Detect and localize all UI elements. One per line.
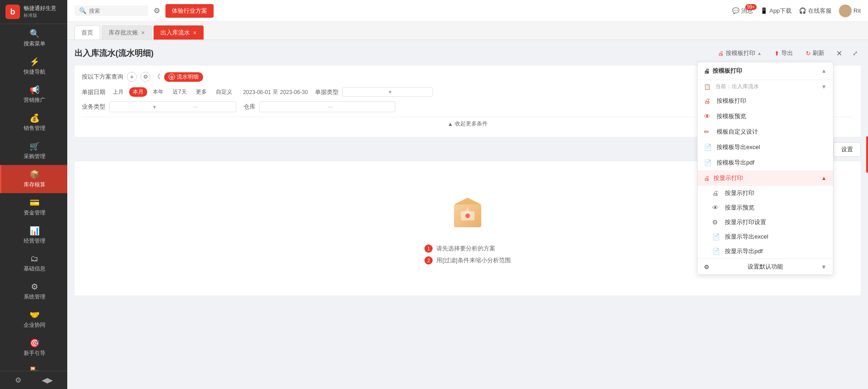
dropdown-item-template-preview[interactable]: 👁 按模板预览: [698, 109, 833, 124]
settings-button[interactable]: 设置: [833, 142, 861, 157]
system-icon: ⚙: [31, 282, 38, 292]
corp-icon: 🤝: [30, 310, 40, 320]
display-section-header[interactable]: 🖨 按显示打印 ▲: [698, 170, 833, 186]
dropdown-item-template-excel[interactable]: 📄 按模板导出excel: [698, 140, 833, 155]
dropdown-collapse-arrow[interactable]: ▲: [821, 68, 827, 74]
dropdown-footer-settings[interactable]: ⚙ 设置默认功能 ▼: [698, 259, 833, 274]
template-pdf-label: 按模板导出pdf: [717, 159, 754, 167]
display-section-arrow[interactable]: ▲: [821, 175, 827, 181]
template-excel-icon: 📄: [704, 144, 712, 151]
dropdown-current[interactable]: 📋 当前：出入库流水 ▼: [698, 80, 833, 93]
username-label: Rit: [853, 7, 861, 14]
app-name: 畅捷通好生意: [24, 5, 56, 12]
close-button[interactable]: ✕: [833, 48, 844, 59]
template-print-label: 按模板打印: [717, 97, 746, 105]
sidebar-item-purchase[interactable]: 🛒 采购管理: [0, 137, 67, 165]
dropdown-item-template-customize[interactable]: ✏ 模板自定义设计: [698, 124, 833, 140]
search-icon: 🔍: [30, 29, 40, 39]
filter-collapse-button[interactable]: 《: [154, 73, 160, 81]
user-profile[interactable]: Rit: [839, 5, 861, 17]
sidebar-item-appstore[interactable]: 🏪 应用中心: [0, 362, 67, 371]
sidebar-item-system[interactable]: ⚙ 系统管理: [0, 277, 67, 305]
sidebar-item-quick-nav[interactable]: ⚡ 快捷导航: [0, 52, 67, 80]
date-opt-this-month[interactable]: 本月: [129, 87, 147, 97]
industry-solution-button[interactable]: 体验行业方案: [165, 4, 214, 18]
sidebar-item-inventory[interactable]: 📦 库存核算: [0, 165, 67, 193]
display-print-icon: 🖨: [712, 190, 720, 197]
biz-type-label: 业务类型: [82, 103, 105, 111]
online-service-button[interactable]: 🎧 在线客服: [799, 7, 832, 15]
date-end: 2023-06-30: [280, 89, 308, 95]
date-opt-last-month[interactable]: 上月: [109, 87, 127, 97]
empty-svg-icon: [445, 189, 490, 234]
sidebar-bottom: ⚙ ◀▶: [0, 371, 67, 389]
display-settings-icon: ⚙: [712, 219, 720, 226]
topbar-left: 🔍 ⚙ 体验行业方案: [75, 4, 214, 18]
sidebar: b 畅捷通好生意 标准版 🔍 搜索菜单 ⚡ 快捷导航 📢 营销推广 💰 销售管理…: [0, 0, 67, 389]
date-opt-this-year[interactable]: 本年: [149, 87, 167, 97]
date-opt-last-7days[interactable]: 近7天: [169, 87, 190, 97]
tab-flow[interactable]: 出入库流水 ✕: [154, 25, 204, 40]
topbar-gear-icon[interactable]: ⚙: [154, 6, 160, 15]
tab-batch-label: 库存批次账: [109, 29, 138, 37]
doc-type-select[interactable]: ▼: [342, 87, 433, 97]
tab-batch[interactable]: 库存批次账 ✕: [102, 25, 152, 40]
tab-flow-close[interactable]: ✕: [193, 30, 197, 36]
logo-area: b 畅捷通好生意 标准版: [0, 0, 67, 24]
print-template-button[interactable]: 🖨 按模板打印 ▲: [714, 47, 765, 59]
refresh-button[interactable]: ↻ 刷新: [802, 47, 828, 59]
dropdown-item-display-pdf[interactable]: 📄 按显示导出pdf: [698, 244, 833, 259]
display-pdf-label: 按显示导出pdf: [725, 247, 763, 255]
biz-type-more[interactable]: ···: [193, 104, 232, 110]
sidebar-item-finance[interactable]: 💳 资金管理: [0, 193, 67, 221]
sidebar-collapse-icon[interactable]: ◀▶: [42, 376, 53, 384]
date-filter: 单据日期 上月 本月 本年 近7天 更多 自定义 2023-06-01 至 20…: [82, 87, 308, 97]
collapse-up-icon: ▲: [448, 121, 453, 127]
display-print-label: 按显示打印: [725, 189, 754, 197]
tab-batch-close[interactable]: ✕: [141, 30, 145, 36]
sidebar-item-base[interactable]: 🗂 基础信息: [0, 249, 67, 277]
base-icon: 🗂: [30, 254, 39, 264]
biz-type-arrow: ▼: [152, 105, 191, 110]
sidebar-item-sales[interactable]: 💰 销售管理: [0, 109, 67, 137]
filter-settings-button[interactable]: ⚙: [140, 72, 150, 82]
sidebar-item-marketing[interactable]: 📢 营销推广: [0, 80, 67, 109]
expand-button[interactable]: ⤢: [850, 48, 861, 59]
sidebar-item-operation[interactable]: 📊 经营管理: [0, 221, 67, 249]
date-opt-custom[interactable]: 自定义: [212, 87, 236, 97]
app-download-button[interactable]: 📱 App下载: [760, 7, 792, 15]
biz-type-select[interactable]: ▼ ···: [109, 101, 236, 112]
sidebar-settings-icon[interactable]: ⚙: [15, 376, 21, 384]
date-filter-label: 单据日期: [82, 88, 105, 96]
footer-settings-arrow: ▼: [821, 264, 827, 270]
dropdown-item-display-preview[interactable]: 👁 按显示预览: [698, 200, 833, 215]
dropdown-item-template-print[interactable]: 🖨 按模板打印: [698, 93, 833, 109]
tab-home-label: 首页: [81, 29, 93, 37]
dropdown-item-display-settings[interactable]: ⚙ 按显示打印设置: [698, 215, 833, 229]
topbar-search-box[interactable]: 🔍: [75, 5, 148, 16]
dropdown-title: 🖨 按模板打印: [704, 67, 742, 75]
export-button[interactable]: ⬆ 导出: [771, 47, 797, 59]
refresh-label: 刷新: [813, 49, 824, 57]
message-button[interactable]: 💬 消息 99+: [732, 7, 753, 15]
date-opt-more[interactable]: 更多: [192, 87, 210, 97]
headset-icon: 🎧: [799, 7, 806, 14]
warehouse-select[interactable]: ···: [259, 101, 395, 112]
sidebar-item-guide[interactable]: 🎯 新手引导: [0, 334, 67, 362]
step-1-text: 请先选择要分析的方案: [436, 244, 495, 253]
sidebar-item-search[interactable]: 🔍 搜索菜单: [0, 24, 67, 52]
doc-type-arrow: ▼: [388, 90, 429, 95]
filter-add-button[interactable]: +: [127, 72, 137, 82]
tab-home[interactable]: 首页: [75, 25, 100, 40]
display-preview-icon: 👁: [712, 204, 720, 211]
dropdown-item-template-pdf[interactable]: 📄 按模板导出pdf: [698, 155, 833, 170]
dropdown-item-display-print[interactable]: 🖨 按显示打印: [698, 186, 833, 200]
current-doc-icon: 📋: [704, 84, 711, 90]
print-dropdown-arrow[interactable]: ▲: [757, 51, 762, 56]
sidebar-item-corp[interactable]: 🤝 企业协同: [0, 305, 67, 334]
filter-tag[interactable]: ⊕ 流水明细: [164, 72, 203, 82]
topbar-search-input[interactable]: [89, 8, 144, 14]
warehouse-more[interactable]: ···: [328, 104, 391, 110]
online-service-label: 在线客服: [808, 7, 832, 15]
dropdown-item-display-excel[interactable]: 📄 按显示导出excel: [698, 229, 833, 244]
